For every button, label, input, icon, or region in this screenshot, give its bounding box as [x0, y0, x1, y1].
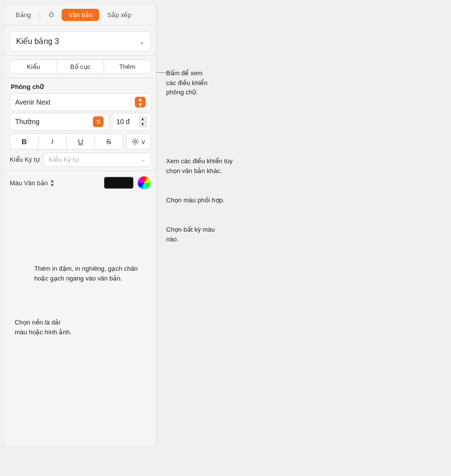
- separator-3: [5, 171, 156, 171]
- annotation-6: Chọn nền là dảimàu hoặc hình ảnh.: [15, 318, 71, 337]
- gear-icon: [131, 138, 139, 146]
- annotation-3: Chọn màu phối hợp.: [166, 195, 224, 205]
- font-name-row: Avenir Next ▲ ▼: [10, 93, 151, 111]
- annotation-4: Chọn bất kỳ màunào.: [166, 225, 215, 244]
- kitu-selector[interactable]: Kiểu Ký tự ⌄: [43, 152, 151, 167]
- font-name-label: Avenir Next: [15, 98, 50, 106]
- tab-divider-1: [40, 11, 40, 19]
- arrow-down-icon: ▼: [138, 102, 143, 108]
- separator-1: [5, 55, 156, 56]
- text-options-button[interactable]: ∨: [126, 133, 151, 150]
- annotations-area: Bấm để xemcác điều khiểnphông chữ. Xem c…: [156, 5, 446, 445]
- tab-sapxep[interactable]: Sắp xếp: [100, 9, 138, 21]
- ann4-text: Chọn bất kỳ màunào.: [166, 226, 215, 243]
- font-section-heading: Phông chữ: [11, 83, 150, 90]
- kitu-placeholder: Kiểu Ký tự: [49, 156, 79, 163]
- bold-button[interactable]: B: [10, 134, 39, 149]
- font-name-stepper[interactable]: ▲ ▼: [135, 97, 146, 108]
- color-label: Màu Văn bản ▲ ▼: [10, 178, 55, 187]
- annotation-5: Thêm in đậm, in nghiêng, gạch chânhoặc g…: [34, 264, 138, 283]
- ann1-text: Bấm để xemcác điều khiểnphông chữ.: [166, 69, 208, 96]
- separator-2: [5, 78, 156, 78]
- ann1-line: [156, 72, 171, 73]
- underline-button[interactable]: U: [67, 134, 95, 149]
- ann6-text: Chọn nền là dảimàu hoặc hình ảnh.: [15, 319, 71, 336]
- tab-o[interactable]: Ô: [42, 9, 61, 21]
- font-size-box[interactable]: 10 đ ▲ ▼: [112, 113, 151, 130]
- font-size-up-btn[interactable]: ▲: [139, 117, 147, 122]
- color-swatch[interactable]: [104, 177, 133, 189]
- ann3-text: Chọn màu phối hợp.: [166, 196, 224, 204]
- font-style-selector[interactable]: Thường ⇅: [10, 113, 109, 130]
- font-name-selector[interactable]: Avenir Next ▲ ▼: [10, 93, 151, 111]
- color-row: Màu Văn bản ▲ ▼: [10, 176, 151, 190]
- sub-tab-them[interactable]: Thêm: [104, 60, 150, 73]
- ann2-text: Xem các điều khiển tùychọn văn bản khác.: [166, 157, 233, 174]
- style-arrows-icon: ⇅: [96, 119, 101, 125]
- sub-tab-kieu[interactable]: Kiểu: [10, 60, 57, 73]
- style-selector[interactable]: Kiểu bảng 3 ⌄: [10, 31, 151, 51]
- text-style-row: B I U S ∨: [10, 133, 151, 150]
- style-name: Kiểu bảng 3: [16, 37, 59, 46]
- sub-tab-bar: Kiểu Bố cục Thêm: [10, 60, 151, 74]
- font-size-label: 10 đ: [116, 118, 129, 126]
- text-style-group: B I U S: [10, 133, 123, 150]
- color-label-text: Màu Văn bản: [10, 179, 48, 187]
- chevron-down-icon: ⌄: [139, 38, 145, 45]
- font-style-stepper[interactable]: ⇅: [93, 116, 104, 127]
- italic-button[interactable]: I: [39, 134, 67, 149]
- inspector-panel: Bảng Ô Văn bản Sắp xếp Kiểu bảng 3 ⌄ Kiể…: [5, 5, 156, 445]
- strikethrough-button[interactable]: S: [95, 134, 123, 149]
- font-size-down-btn[interactable]: ▼: [139, 122, 147, 127]
- font-style-row: Thường ⇅ 10 đ ▲ ▼: [10, 113, 151, 130]
- kitu-label: Kiểu Ký tự: [10, 156, 40, 163]
- font-size-stepper[interactable]: ▲ ▼: [139, 117, 147, 127]
- chevron-small-icon: ∨: [141, 138, 146, 146]
- annotation-1: Bấm để xemcác điều khiểnphông chữ.: [166, 68, 208, 97]
- tab-bang[interactable]: Bảng: [9, 9, 38, 21]
- kitu-row: Kiểu Ký tự Kiểu Ký tự ⌄: [10, 152, 151, 167]
- color-arrows-icon: ▲ ▼: [50, 178, 55, 187]
- tab-bar: Bảng Ô Văn bản Sắp xếp: [5, 5, 156, 25]
- font-style-label: Thường: [15, 118, 40, 126]
- tab-vanban[interactable]: Văn bản: [62, 9, 99, 21]
- svg-point-0: [134, 140, 137, 143]
- kitu-chevron-icon: ⌄: [140, 156, 146, 163]
- sub-tab-bocuc[interactable]: Bố cục: [57, 60, 104, 73]
- color-wheel-button[interactable]: [137, 176, 151, 190]
- annotation-2: Xem các điều khiển tùychọn văn bản khác.: [166, 156, 233, 175]
- ann5-text: Thêm in đậm, in nghiêng, gạch chânhoặc g…: [34, 265, 138, 282]
